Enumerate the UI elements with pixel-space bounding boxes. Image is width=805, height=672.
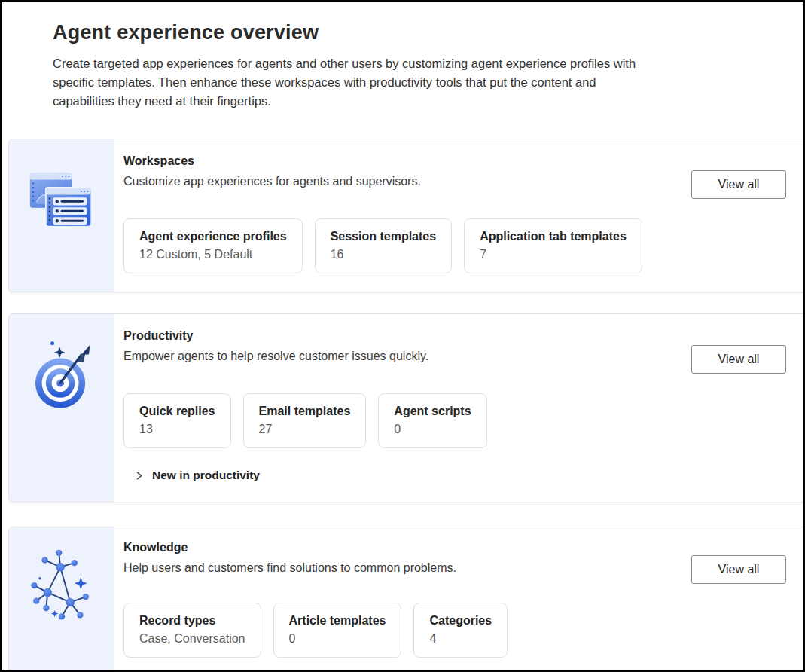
expander-label: New in productivity bbox=[152, 469, 260, 482]
stat-value: 12 Custom, 5 Default bbox=[139, 246, 287, 262]
view-all-button[interactable]: View all bbox=[691, 170, 786, 199]
workspaces-icon-pane bbox=[9, 139, 114, 292]
productivity-icon-pane bbox=[9, 314, 114, 502]
stat-quick-replies: Quick replies 13 bbox=[123, 393, 231, 448]
stat-row: Agent experience profiles 12 Custom, 5 D… bbox=[123, 218, 642, 273]
page-description: Create targeted app experiences for agen… bbox=[53, 54, 651, 111]
stat-agent-experience-profiles: Agent experience profiles 12 Custom, 5 D… bbox=[123, 218, 303, 273]
card-knowledge: Knowledge Help users and customers find … bbox=[8, 527, 805, 672]
card-title: Productivity bbox=[123, 328, 487, 344]
card-title: Workspaces bbox=[123, 153, 642, 170]
stat-value: 4 bbox=[429, 631, 492, 646]
view-all-button[interactable]: View all bbox=[691, 345, 786, 374]
stat-label: Application tab templates bbox=[480, 228, 627, 244]
stat-label: Session templates bbox=[331, 228, 437, 244]
stat-value: 13 bbox=[139, 421, 215, 437]
chevron-right-icon bbox=[134, 471, 144, 481]
card-description: Customize app experiences for agents and… bbox=[123, 173, 642, 190]
stat-label: Agent experience profiles bbox=[139, 228, 287, 244]
target-arrow-icon bbox=[26, 335, 98, 415]
stat-value: 16 bbox=[331, 246, 437, 262]
page-title: Agent experience overview bbox=[53, 20, 773, 45]
card-description: Empower agents to help resolve customer … bbox=[123, 348, 487, 365]
stat-label: Record types bbox=[139, 612, 245, 628]
stat-value: 27 bbox=[259, 421, 351, 437]
stat-label: Quick replies bbox=[139, 403, 215, 419]
stat-agent-scripts: Agent scripts 0 bbox=[378, 393, 486, 448]
app-windows-icon bbox=[27, 170, 96, 237]
new-in-productivity-expander[interactable]: New in productivity bbox=[134, 469, 260, 482]
stat-application-tab-templates: Application tab templates 7 bbox=[464, 218, 642, 273]
stat-categories: Categories 4 bbox=[413, 603, 508, 658]
stat-value: Case, Conversation bbox=[139, 631, 245, 646]
card-productivity: Productivity Empower agents to help reso… bbox=[8, 313, 805, 502]
card-title: Knowledge bbox=[123, 539, 508, 556]
stat-label: Email templates bbox=[259, 403, 351, 419]
stat-row: Record types Case, Conversation Article … bbox=[123, 603, 508, 658]
network-graph-icon bbox=[28, 544, 96, 628]
card-description: Help users and customers find solutions … bbox=[123, 560, 508, 576]
stat-record-types: Record types Case, Conversation bbox=[123, 603, 261, 658]
page-header: Agent experience overview Create targete… bbox=[2, 2, 803, 111]
knowledge-icon-pane bbox=[9, 527, 114, 672]
stat-label: Article templates bbox=[289, 612, 386, 628]
card-body: Knowledge Help users and customers find … bbox=[114, 527, 508, 672]
stat-label: Agent scripts bbox=[394, 403, 471, 419]
stat-session-templates: Session templates 16 bbox=[315, 218, 453, 273]
stat-label: Categories bbox=[429, 612, 492, 628]
view-all-button[interactable]: View all bbox=[691, 555, 786, 584]
card-body: Productivity Empower agents to help reso… bbox=[114, 314, 487, 502]
stat-value: 0 bbox=[394, 421, 471, 437]
stat-article-templates: Article templates 0 bbox=[273, 603, 402, 658]
card-body: Workspaces Customize app experiences for… bbox=[114, 139, 642, 292]
stat-row: Quick replies 13 Email templates 27 Agen… bbox=[123, 393, 487, 448]
stat-email-templates: Email templates 27 bbox=[243, 393, 367, 448]
stat-value: 7 bbox=[480, 246, 627, 262]
stat-value: 0 bbox=[289, 631, 386, 646]
page: Agent experience overview Create targete… bbox=[0, 0, 805, 672]
card-workspaces: Workspaces Customize app experiences for… bbox=[8, 139, 805, 292]
